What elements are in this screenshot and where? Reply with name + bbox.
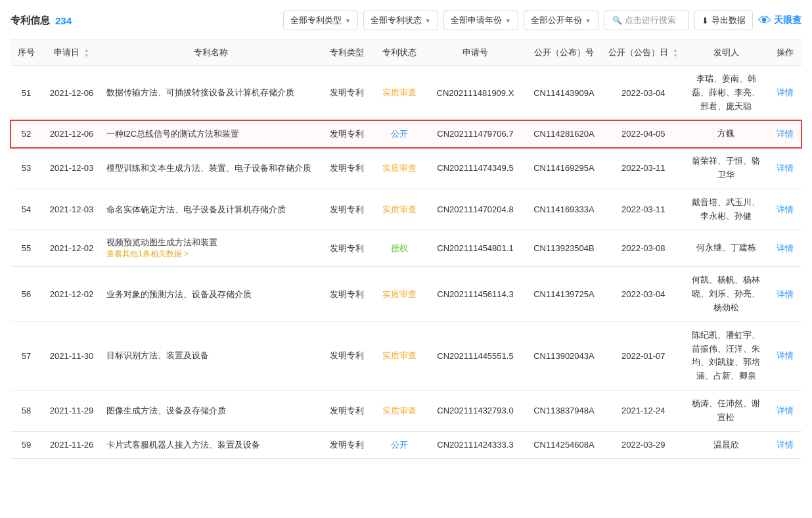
inventor-cell: 何凯、杨帆、杨林晓、刘乐、孙亮、杨劲松 [683, 267, 769, 321]
action-cell: 详情 [769, 267, 801, 321]
pubno-cell: CN113923504B [524, 230, 603, 267]
apply-year-filter[interactable]: 全部申请年份 ▼ [443, 11, 518, 30]
col-header-pubno: 公开（公布）号 [524, 40, 603, 66]
search-button[interactable]: 🔍 点击进行搜索 [604, 11, 689, 30]
seq-cell: 51 [11, 66, 42, 120]
seq-cell: 55 [11, 230, 42, 267]
type-cell: 发明专利 [321, 120, 373, 148]
table-row: 58 2021-11-29 图像生成方法、设备及存储介质 发明专利 实质审查 C… [11, 390, 801, 431]
pubno-cell: CN114169333A [524, 189, 603, 230]
detail-link[interactable]: 详情 [777, 129, 794, 139]
status-cell: 公开 [373, 120, 426, 148]
chevron-down-icon: ▼ [344, 17, 351, 24]
status-cell: 实质审查 [373, 66, 426, 120]
pubdate-cell: 2022-01-07 [603, 321, 683, 390]
pubdate-cell: 2021-12-24 [603, 390, 683, 431]
table-row: 53 2021-12-03 模型训练和文本生成方法、装置、电子设备和存储介质 发… [11, 148, 801, 189]
col-header-status: 专利状态 [373, 40, 426, 66]
chevron-down-icon: ▼ [424, 17, 431, 24]
inventor-cell: 温晨欣 [683, 431, 769, 459]
patent-name-text: 图像生成方法、设备及存储介质 [106, 406, 226, 415]
detail-link[interactable]: 详情 [777, 350, 794, 360]
action-cell: 详情 [769, 66, 801, 120]
appno-cell: CN202111424333.3 [426, 431, 524, 459]
detail-link[interactable]: 详情 [777, 289, 794, 299]
patent-name-text: 命名实体确定方法、电子设备及计算机存储介质 [106, 204, 286, 214]
patent-table: 序号 申请日 ▲▼ 专利名称 专利类型 专利状态 申请号 公开（公布）号 公开（… [11, 39, 801, 459]
seq-cell: 53 [11, 148, 42, 189]
col-header-appno: 申请号 [426, 40, 524, 66]
appno-cell: CN202111481909.X [426, 66, 524, 120]
appno-cell: CN202111479706.7 [426, 120, 524, 148]
table-row: 56 2021-12-02 业务对象的预测方法、设备及存储介质 发明专利 实质审… [11, 267, 801, 321]
col-header-date[interactable]: 申请日 ▲▼ [42, 40, 101, 66]
inventor-cell: 陈纪凯、潘虹宇、苗振伟、汪洋、朱均、刘凯旋、郭培涵、占新、卿泉 [683, 321, 769, 390]
detail-link[interactable]: 详情 [777, 243, 794, 253]
col-header-name: 专利名称 [101, 40, 321, 66]
pubno-cell: CN113902043A [524, 321, 603, 390]
related-data-link[interactable]: 查看其他1条相关数据 > [106, 249, 189, 258]
seq-cell: 57 [11, 321, 42, 390]
table-row: 51 2021-12-06 数据传输方法、可插拔转接设备及计算机存储介质 发明专… [11, 66, 801, 120]
seq-cell: 56 [11, 267, 42, 321]
status-cell: 公开 [373, 431, 426, 459]
col-header-action: 操作 [769, 40, 801, 66]
patent-name-text: 数据传输方法、可插拔转接设备及计算机存储介质 [106, 87, 294, 97]
col-header-pubdate[interactable]: 公开（公告）日 ▲▼ [603, 40, 683, 66]
seq-cell: 54 [11, 189, 42, 230]
date-cell: 2021-11-29 [42, 390, 101, 431]
detail-link[interactable]: 详情 [777, 204, 794, 214]
type-cell: 发明专利 [321, 321, 373, 390]
col-header-type: 专利类型 [321, 40, 373, 66]
name-cell: 业务对象的预测方法、设备及存储介质 [101, 267, 321, 321]
patent-status-filter[interactable]: 全部专利状态 ▼ [363, 11, 438, 30]
date-cell: 2021-12-03 [42, 148, 101, 189]
detail-link[interactable]: 详情 [777, 87, 794, 97]
pubno-cell: CN114139725A [524, 267, 603, 321]
tianyancha-logo: 👁 天眼查 [758, 13, 801, 28]
pubdate-cell: 2022-03-29 [603, 431, 683, 459]
detail-link[interactable]: 详情 [777, 163, 794, 173]
detail-link[interactable]: 详情 [777, 406, 794, 415]
filter-bar: 全部专利类型 ▼ 全部专利状态 ▼ 全部申请年份 ▼ 全部公开年份 ▼ 🔍 点击… [283, 11, 801, 30]
seq-cell: 59 [11, 431, 42, 459]
pubdate-cell: 2022-04-05 [603, 120, 683, 148]
pubno-cell: CN113837948A [524, 390, 603, 431]
action-cell: 详情 [769, 120, 801, 148]
status-cell: 实质审查 [373, 148, 426, 189]
status-cell: 实质审查 [373, 267, 426, 321]
name-cell: 数据传输方法、可插拔转接设备及计算机存储介质 [101, 66, 321, 120]
patent-name-text: 模型训练和文本生成方法、装置、电子设备和存储介质 [106, 163, 311, 173]
page-header: 专利信息 234 全部专利类型 ▼ 全部专利状态 ▼ 全部申请年份 ▼ 全部公开… [11, 11, 801, 30]
patent-name-text: 一种I2C总线信号的测试方法和装置 [106, 129, 239, 139]
pubdate-cell: 2022-03-11 [603, 148, 683, 189]
table-row: 52 2021-12-06 一种I2C总线信号的测试方法和装置 发明专利 公开 … [11, 120, 801, 148]
name-cell: 模型训练和文本生成方法、装置、电子设备和存储介质 [101, 148, 321, 189]
inventor-cell: 翁荣祥、于恒、骆卫华 [683, 148, 769, 189]
pub-year-filter[interactable]: 全部公开年份 ▼ [524, 11, 598, 30]
type-cell: 发明专利 [321, 230, 373, 267]
type-cell: 发明专利 [321, 431, 373, 459]
inventor-cell: 何永继、丁建栋 [683, 230, 769, 267]
export-button[interactable]: ⬇ 导出数据 [694, 11, 753, 30]
detail-link[interactable]: 详情 [777, 440, 794, 450]
date-cell: 2021-12-06 [42, 66, 101, 120]
action-cell: 详情 [769, 148, 801, 189]
status-cell: 实质审查 [373, 321, 426, 390]
sort-icon: ▲▼ [673, 48, 678, 59]
patent-count: 234 [55, 15, 72, 26]
status-cell: 授权 [373, 230, 426, 267]
patent-type-filter[interactable]: 全部专利类型 ▼ [283, 11, 358, 30]
inventor-cell: 方巍 [683, 120, 769, 148]
chevron-down-icon: ▼ [505, 17, 511, 24]
pubdate-cell: 2022-03-04 [603, 66, 683, 120]
table-row: 57 2021-11-30 目标识别方法、装置及设备 发明专利 实质审查 CN2… [11, 321, 801, 390]
name-cell: 一种I2C总线信号的测试方法和装置 [101, 120, 321, 148]
table-row: 59 2021-11-26 卡片式客服机器人接入方法、装置及设备 发明专利 公开… [11, 431, 801, 459]
type-cell: 发明专利 [321, 148, 373, 189]
action-cell: 详情 [769, 321, 801, 390]
search-icon: 🔍 [612, 16, 622, 25]
name-cell: 卡片式客服机器人接入方法、装置及设备 [101, 431, 321, 459]
appno-cell: CN202111470204.8 [426, 189, 524, 230]
type-cell: 发明专利 [321, 66, 373, 120]
